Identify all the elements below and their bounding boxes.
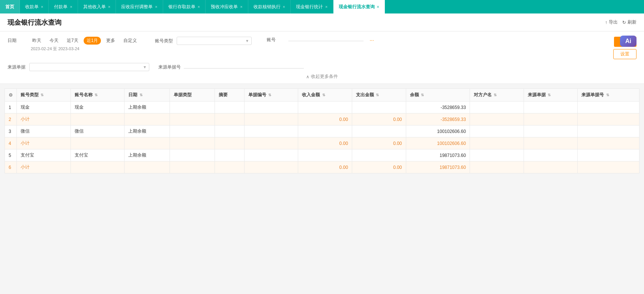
cell-doc-type xyxy=(170,101,215,113)
th-date[interactable]: 日期 ⇅ xyxy=(125,89,170,101)
cell-source-doc xyxy=(524,101,578,113)
cell-balance: 19871073.60 xyxy=(406,161,470,173)
cell-balance: 19871073.60 xyxy=(406,149,470,161)
nav-receipts[interactable]: 收款单 × xyxy=(20,0,49,13)
nav-bank-deposit-label: 银行存取款单 xyxy=(168,4,195,10)
date-options: 昨天 今天 近7天 近1月 更多 自定义 xyxy=(29,37,140,45)
date-opt-custom[interactable]: 自定义 xyxy=(120,37,140,45)
cell-source-doc xyxy=(524,125,578,137)
date-opt-1month[interactable]: 近1月 xyxy=(84,37,101,45)
th-expense[interactable]: 支出金额 ⇅ xyxy=(352,89,406,101)
table-row: 5支付宝支付宝上期余额19871073.60 xyxy=(5,149,639,161)
nav-other-income-label: 其他收入单 xyxy=(83,4,106,10)
th-counterparty[interactable]: 对方户名 ⇅ xyxy=(470,89,524,101)
cell-summary xyxy=(215,149,245,161)
nav-home[interactable]: 首页 xyxy=(0,0,20,13)
th-balance[interactable]: 余额 ⇅ xyxy=(406,89,470,101)
nav-bank-deposit[interactable]: 银行存取款单 × xyxy=(163,0,206,13)
cell-summary xyxy=(215,113,245,125)
nav-ar-ap-adjust[interactable]: 应收应付调整单 × xyxy=(116,0,163,13)
setting-button[interactable]: 设置 xyxy=(613,49,636,59)
ai-badge[interactable]: Ai xyxy=(620,36,636,47)
cell-row-num: 2 xyxy=(5,113,17,125)
th-source-doc-no[interactable]: 来源单据号 ⇅ xyxy=(578,89,639,101)
sort-balance-icon: ⇅ xyxy=(421,93,424,97)
cell-account-type: 小计 xyxy=(17,137,71,149)
th-source-doc[interactable]: 来源单据 ⇅ xyxy=(524,89,578,101)
th-account-type[interactable]: 账号类型 ⇅ xyxy=(17,89,71,101)
cell-source-doc-no xyxy=(578,101,639,113)
source-doc-select[interactable]: ▾ xyxy=(29,63,149,71)
cell-row-num: 3 xyxy=(5,125,17,137)
th-doc-no[interactable]: 单据编号 ⇅ xyxy=(244,89,298,101)
nav-ar-ap-adjust-close[interactable]: × xyxy=(155,4,157,9)
nav-collection-exec-close[interactable]: × xyxy=(283,4,285,9)
nav-collection-exec-label: 收款核销执行 xyxy=(254,4,281,10)
sort-doc-no-icon: ⇅ xyxy=(268,93,271,97)
nav-advance-offset-label: 预收冲应收单 xyxy=(211,4,238,10)
table-row: 2小计0.000.00-3528659.33 xyxy=(5,113,639,125)
cell-expense: 0.00 xyxy=(352,137,406,149)
cell-account-name xyxy=(71,161,125,173)
page-title: 现金银行流水查询 xyxy=(8,18,62,27)
filter-area: 日期 昨天 今天 近7天 近1月 更多 自定义 2023-02-24 至 202… xyxy=(0,31,644,84)
nav-bank-stats[interactable]: 现金银行统计 × xyxy=(291,0,333,13)
nav-payments[interactable]: 付款单 × xyxy=(49,0,78,13)
nav-payments-close[interactable]: × xyxy=(70,4,72,9)
cell-income xyxy=(298,101,352,113)
nav-advance-offset[interactable]: 预收冲应收单 × xyxy=(206,0,248,13)
date-opt-7days[interactable]: 近7天 xyxy=(64,37,81,45)
cell-counterparty xyxy=(470,137,524,149)
nav-bank-flow[interactable]: 现金银行流水查询 × xyxy=(333,0,385,13)
cell-counterparty xyxy=(470,149,524,161)
date-opt-yesterday[interactable]: 昨天 xyxy=(29,37,44,45)
refresh-label: 刷新 xyxy=(627,19,636,25)
data-table: ⚙ 账号类型 ⇅ 账号名称 ⇅ 日期 ⇅ 单据类型 摘要 xyxy=(5,88,639,173)
th-account-name[interactable]: 账号名称 ⇅ xyxy=(71,89,125,101)
th-income[interactable]: 收入金额 ⇅ xyxy=(298,89,352,101)
date-range: 2023-02-24 至 2023-03-24 xyxy=(31,46,80,51)
nav-receipts-close[interactable]: × xyxy=(41,4,43,9)
nav-bank-deposit-close[interactable]: × xyxy=(198,4,200,9)
nav-other-income[interactable]: 其他收入单 × xyxy=(78,0,116,13)
account-type-select[interactable]: ▾ xyxy=(177,37,252,45)
nav-other-income-close[interactable]: × xyxy=(108,4,110,9)
nav-bank-stats-close[interactable]: × xyxy=(325,4,327,9)
cell-doc-type xyxy=(170,113,215,125)
cell-doc-no xyxy=(244,161,298,173)
cell-account-type: 小计 xyxy=(17,113,71,125)
nav-bank-stats-label: 现金银行统计 xyxy=(296,4,323,10)
sort-source-doc-no-icon: ⇅ xyxy=(606,93,609,97)
nav-bank-flow-close[interactable]: × xyxy=(377,4,379,9)
nav-bank-flow-label: 现金银行流水查询 xyxy=(339,4,375,10)
date-label: 日期 xyxy=(8,37,26,44)
export-button[interactable]: ↑ 导出 xyxy=(605,19,618,25)
cell-income: 0.00 xyxy=(298,137,352,149)
account-input[interactable] xyxy=(288,39,363,41)
cell-account-name: 微信 xyxy=(71,125,125,137)
collapse-bar: ∧ 收起更多条件 xyxy=(8,73,636,80)
nav-collection-exec[interactable]: 收款核销执行 × xyxy=(248,0,291,13)
cell-row-num: 1 xyxy=(5,101,17,113)
cell-doc-no xyxy=(244,137,298,149)
account-ellipsis-button[interactable]: ··· xyxy=(366,37,377,43)
nav-advance-offset-close[interactable]: × xyxy=(240,4,242,9)
table-settings-icon[interactable]: ⚙ xyxy=(9,93,13,98)
cell-row-num: 4 xyxy=(5,137,17,149)
nav-receipts-label: 收款单 xyxy=(25,4,39,10)
source-doc-num-input[interactable] xyxy=(184,66,304,69)
date-opt-today[interactable]: 今天 xyxy=(47,37,62,45)
cell-income: 0.00 xyxy=(298,113,352,125)
th-summary: 摘要 xyxy=(215,89,245,101)
cell-doc-no xyxy=(244,125,298,137)
cell-doc-type xyxy=(170,125,215,137)
cell-row-num: 6 xyxy=(5,161,17,173)
date-opt-more[interactable]: 更多 xyxy=(103,37,118,45)
table-row: 1现金现金上期余额-3528659.33 xyxy=(5,101,639,113)
collapse-button[interactable]: ∧ 收起更多条件 xyxy=(306,73,338,80)
cell-source-doc-no xyxy=(578,149,639,161)
cell-balance: -3528659.33 xyxy=(406,113,470,125)
refresh-button[interactable]: ↻ 刷新 xyxy=(622,19,636,25)
cell-expense xyxy=(352,149,406,161)
cell-counterparty xyxy=(470,101,524,113)
